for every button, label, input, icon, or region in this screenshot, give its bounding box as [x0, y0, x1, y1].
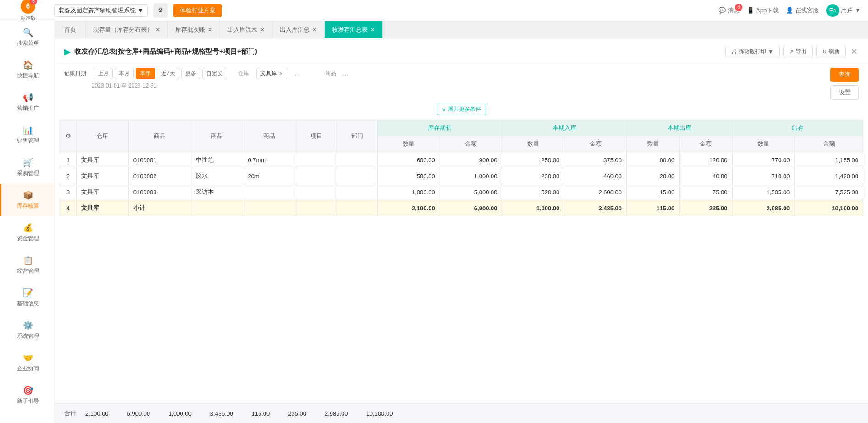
tab-inout-flow[interactable]: 出入库流水 ✕	[220, 21, 272, 38]
tab-home[interactable]: 首页	[55, 21, 86, 38]
col-in-group: 本期入库	[502, 120, 627, 136]
date-btn-more[interactable]: 更多	[181, 68, 200, 79]
warehouse-tag-close[interactable]: ✕	[279, 71, 283, 77]
system-name-dropdown[interactable]: 装备及固定资产辅助管理系统 ▼	[54, 4, 148, 17]
tab-inout-summary[interactable]: 出入库汇总 ✕	[272, 21, 325, 38]
tab-batch[interactable]: 库存批次账 ✕	[168, 21, 220, 38]
date-btn-last-month[interactable]: 上月	[94, 68, 113, 79]
sidebar-item-label: 经营管理	[17, 267, 39, 275]
data-table: ⚙ 仓库 商品 商品 商品 项目 部门 库存期初 本期入库 本期出库 结存	[60, 120, 863, 216]
row2-in-qty-link[interactable]: 230.00	[542, 173, 560, 180]
row2-product-name: 胶水	[191, 168, 243, 184]
sidebar-item-corp[interactable]: 🤝 企业协同	[0, 346, 55, 379]
row2-project	[296, 168, 337, 184]
row1-out-qty-link[interactable]: 80.00	[660, 157, 675, 164]
table-row: 2 文具库 0100002 胶水 20ml 500.00 1,000.00 23…	[60, 168, 863, 184]
col-opening-qty: 数量	[377, 136, 440, 152]
message-item[interactable]: 💬 消息 6	[719, 6, 740, 15]
settings-icon[interactable]: ⚙	[153, 3, 168, 18]
sidebar-item-search[interactable]: 🔍 搜索菜单	[0, 21, 55, 54]
set-button[interactable]: 设置	[830, 85, 859, 100]
tab-stock-dist[interactable]: 现存量（库存分布表） ✕	[86, 21, 168, 38]
user-label: 用户	[841, 6, 853, 15]
subtotal-in-qty-link[interactable]: 1,000.00	[536, 205, 560, 212]
expand-collapse-icon[interactable]: ▶	[64, 47, 71, 57]
sidebar-item-guide[interactable]: 🎯 新手引导	[0, 379, 55, 412]
row3-dept	[337, 184, 377, 200]
sidebar-item-purchase[interactable]: 🛒 采购管理	[0, 151, 55, 184]
date-btn-custom[interactable]: 自定义	[202, 68, 227, 79]
row2-opening-qty: 500.00	[377, 168, 440, 184]
subtotal-label: 小计	[128, 200, 191, 216]
expand-conditions-button[interactable]: ∨ 展开更多条件	[437, 104, 486, 115]
row3-in-qty: 520.00	[502, 184, 564, 200]
sidebar-item-operations[interactable]: 📋 经营管理	[0, 249, 55, 281]
warehouse-tag: 文具库 ✕	[256, 68, 287, 79]
main-layout: 🔍 搜索菜单 🏠 快捷导航 📢 营销推广 📊 销售管理 🛒 采购管理 📦 库存核…	[0, 21, 868, 423]
goods-more[interactable]: ...	[343, 71, 348, 77]
page-title: 收发存汇总表(按仓库+商品编码+商品+规格型号+项目+部门)	[74, 47, 257, 56]
user-item[interactable]: Ea 用户 ▼	[826, 4, 861, 17]
system-name-label: 装备及固定资产辅助管理系统	[58, 6, 136, 15]
service-icon: 👤	[786, 7, 793, 14]
row2-balance-qty: 710.00	[732, 168, 795, 184]
table-row: 1 文具库 0100001 中性笔 0.7mm 600.00 900.00 25…	[60, 152, 863, 168]
tab-close-batch[interactable]: ✕	[208, 27, 212, 33]
print-icon: 🖨	[731, 49, 737, 55]
sidebar-item-label: 搜索菜单	[17, 39, 39, 47]
col-out-qty: 数量	[627, 136, 680, 152]
row1-in-qty: 250.00	[502, 152, 564, 168]
content-area: 首页 现存量（库存分布表） ✕ 库存批次账 ✕ 出入库流水 ✕ 出入库汇总 ✕ …	[55, 21, 868, 423]
warehouse-more[interactable]: ...	[295, 71, 299, 77]
row3-warehouse: 文具库	[77, 184, 129, 200]
col-in-qty: 数量	[502, 136, 564, 152]
online-service-item[interactable]: 👤 在线客服	[786, 6, 819, 15]
warehouse-label: 仓库	[238, 70, 249, 77]
row1-balance-amt: 1,155.00	[795, 152, 863, 168]
subtotal-out-qty-link[interactable]: 115.00	[657, 205, 675, 212]
sidebar-item-basic[interactable]: 📝 基础信息	[0, 281, 55, 314]
trial-button[interactable]: 体验行业方案	[173, 4, 222, 17]
sidebar-item-quick[interactable]: 🏠 快捷导航	[0, 54, 55, 86]
inventory-icon: 📦	[23, 190, 33, 200]
subtotal-out-amt: 235.00	[680, 200, 732, 216]
row2-balance-amt: 1,420.00	[795, 168, 863, 184]
row2-dept	[337, 168, 377, 184]
sidebar-item-sales[interactable]: 📊 销售管理	[0, 119, 55, 151]
guide-icon: 🎯	[23, 385, 33, 396]
export-button[interactable]: ↗ 导出	[783, 45, 813, 58]
row3-product-code: 0100003	[128, 184, 191, 200]
date-btn-this-year[interactable]: 本年	[136, 68, 155, 79]
print-button[interactable]: 🖨 拣货版打印 ▼	[725, 45, 780, 58]
row3-opening-amt: 5,000.00	[440, 184, 502, 200]
refresh-button[interactable]: ↻ 刷新	[816, 45, 846, 58]
sidebar-item-marketing[interactable]: 📢 营销推广	[0, 86, 55, 119]
row3-in-qty-link[interactable]: 520.00	[542, 189, 560, 196]
row1-opening-qty: 600.00	[377, 152, 440, 168]
tab-recv-summary[interactable]: 收发存汇总表 ✕	[325, 21, 383, 38]
app-download-item[interactable]: 📱 App下载	[747, 6, 779, 15]
query-button[interactable]: 查询	[830, 68, 859, 82]
tab-close-stock-dist[interactable]: ✕	[155, 27, 160, 33]
tab-close-inout-flow[interactable]: ✕	[260, 27, 265, 33]
sidebar-item-finance[interactable]: 💰 资金管理	[0, 216, 55, 249]
col-in-amt: 金额	[564, 136, 627, 152]
date-btn-7days[interactable]: 近7天	[157, 68, 179, 79]
filter-row-1: 记账日期 上月 本月 本年 近7天 更多 自定义 仓库 文	[64, 68, 348, 79]
col-out-amt: 金额	[680, 136, 732, 152]
table-settings-icon[interactable]: ⚙	[66, 132, 71, 139]
tab-close-inout-summary[interactable]: ✕	[312, 27, 317, 33]
tab-close-recv-summary[interactable]: ✕	[370, 27, 375, 33]
sidebar-item-label: 营销推广	[17, 104, 39, 112]
row1-out-qty: 80.00	[627, 152, 680, 168]
sidebar-item-inventory[interactable]: 📦 库存核算	[0, 184, 55, 216]
row1-in-qty-link[interactable]: 250.00	[542, 157, 560, 164]
sidebar-item-system[interactable]: ⚙️ 系统管理	[0, 314, 55, 346]
row2-out-qty-link[interactable]: 20.00	[660, 173, 675, 180]
date-btn-this-month[interactable]: 本月	[115, 68, 134, 79]
table-wrapper: ⚙ 仓库 商品 商品 商品 项目 部门 库存期初 本期入库 本期出库 结存	[55, 120, 868, 221]
row3-out-qty-link[interactable]: 15.00	[660, 189, 675, 196]
col-opening-group: 库存期初	[377, 120, 502, 136]
sidebar-item-label: 库存核算	[17, 202, 39, 210]
close-page-button[interactable]: ✕	[849, 47, 859, 56]
